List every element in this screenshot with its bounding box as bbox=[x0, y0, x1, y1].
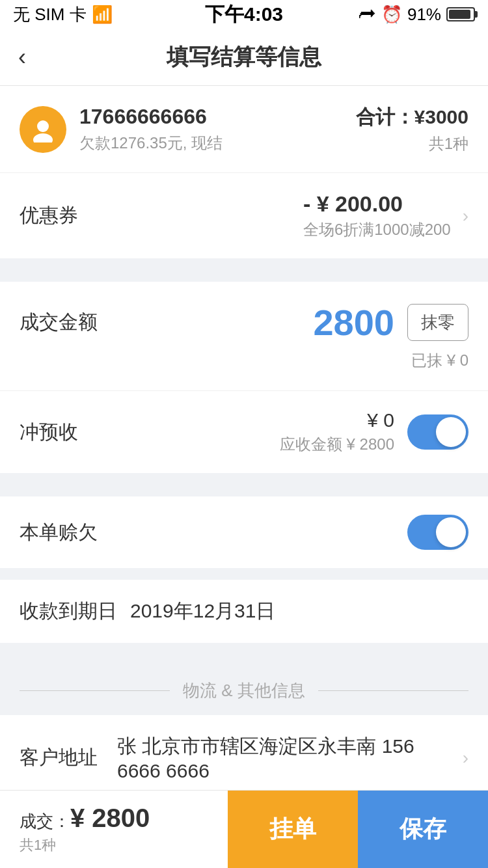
battery-icon bbox=[446, 7, 475, 21]
bottom-deal-label: 成交：¥ 2800 bbox=[20, 804, 208, 833]
customer-left: 17666666666 欠款1276.35元, 现结 bbox=[20, 105, 223, 154]
prepay-right: ¥ 0 应收金额 ¥ 2800 bbox=[280, 409, 468, 455]
prepay-sub: 应收金额 ¥ 2800 bbox=[280, 434, 394, 455]
round-button[interactable]: 抹零 bbox=[407, 304, 468, 341]
location-icon: ⮫ bbox=[359, 5, 376, 25]
credit-label: 本单赊欠 bbox=[20, 519, 98, 546]
customer-info: 17666666666 欠款1276.35元, 现结 bbox=[79, 105, 223, 154]
avatar bbox=[20, 106, 66, 153]
deal-amount: ¥ 2800 bbox=[70, 804, 150, 832]
logistics-divider: 物流 & 其他信息 bbox=[0, 666, 488, 715]
prepay-value: ¥ 0 bbox=[280, 409, 394, 431]
alarm-icon: ⏰ bbox=[381, 5, 402, 25]
svg-point-0 bbox=[37, 120, 49, 132]
coupon-right: - ¥ 200.00 全场6折满1000减200 › bbox=[303, 191, 468, 240]
divider-line-left bbox=[20, 690, 170, 691]
address-section[interactable]: 客户地址 张 北京市市辖区海淀区永丰南 156 6666 6666 › bbox=[0, 715, 488, 800]
credit-toggle-knob bbox=[436, 517, 466, 547]
status-time: 下午4:03 bbox=[205, 1, 283, 28]
customer-right: 合计：¥3000 共1种 bbox=[356, 104, 468, 154]
deal-label: 成交： bbox=[20, 811, 70, 831]
hang-button[interactable]: 挂单 bbox=[228, 791, 358, 869]
amount-label: 成交金额 bbox=[20, 309, 98, 336]
sim-status: 无 SIM 卡 bbox=[13, 3, 87, 26]
amount-row: 成交金额 2800 抹零 bbox=[20, 301, 468, 344]
save-button[interactable]: 保存 bbox=[358, 791, 488, 869]
coupon-row[interactable]: 优惠券 - ¥ 200.00 全场6折满1000减200 › bbox=[0, 172, 488, 258]
main-content: 17666666666 欠款1276.35元, 现结 合计：¥3000 共1种 … bbox=[0, 86, 488, 868]
prepay-label: 冲预收 bbox=[20, 419, 78, 446]
customer-row: 17666666666 欠款1276.35元, 现结 合计：¥3000 共1种 bbox=[0, 86, 488, 172]
logistics-text: 物流 & 其他信息 bbox=[183, 679, 305, 702]
amount-value-group: 2800 抹零 bbox=[313, 301, 468, 344]
status-right: ⮫ ⏰ 91% bbox=[359, 5, 475, 25]
divider-line-right bbox=[318, 690, 468, 691]
amount-section: 成交金额 2800 抹零 已抹 ¥ 0 bbox=[0, 282, 488, 390]
customer-sub: 欠款1276.35元, 现结 bbox=[79, 133, 223, 154]
total-amount: 合计：¥3000 bbox=[356, 104, 468, 131]
section-gap-1 bbox=[0, 270, 488, 282]
credit-toggle[interactable] bbox=[407, 515, 468, 550]
total-label: 合计： bbox=[356, 106, 414, 128]
prepay-row: 冲预收 ¥ 0 应收金额 ¥ 2800 bbox=[0, 390, 488, 473]
battery-percent: 91% bbox=[407, 5, 441, 25]
nav-bar: ‹ 填写结算等信息 bbox=[0, 29, 488, 86]
coupon-discount: - ¥ 200.00 bbox=[303, 191, 451, 217]
section-gap-3 bbox=[0, 655, 488, 666]
amount-value: 2800 bbox=[313, 301, 394, 344]
bottom-bar: 成交：¥ 2800 共1种 挂单 保存 bbox=[0, 790, 488, 868]
total-count: 共1种 bbox=[356, 133, 468, 154]
customer-card: 17666666666 欠款1276.35元, 现结 合计：¥3000 共1种 … bbox=[0, 86, 488, 258]
status-left: 无 SIM 卡 📶 bbox=[13, 3, 113, 26]
duedate-section: 收款到期日 2019年12月31日 bbox=[0, 580, 488, 643]
customer-phone: 17666666666 bbox=[79, 105, 223, 129]
prepay-toggle[interactable] bbox=[407, 414, 468, 450]
status-bar: 无 SIM 卡 📶 下午4:03 ⮫ ⏰ 91% bbox=[0, 0, 488, 29]
amount-sub: 已抹 ¥ 0 bbox=[20, 350, 468, 371]
svg-point-1 bbox=[33, 133, 53, 142]
duedate-value: 2019年12月31日 bbox=[130, 598, 275, 625]
coupon-label: 优惠券 bbox=[20, 202, 78, 229]
duedate-label: 收款到期日 bbox=[20, 598, 117, 625]
amount-card: 成交金额 2800 抹零 已抹 ¥ 0 冲预收 ¥ 0 应收金额 ¥ 2800 bbox=[0, 282, 488, 473]
wifi-icon: 📶 bbox=[92, 5, 113, 25]
address-chevron-icon: › bbox=[463, 748, 468, 768]
coupon-desc: 全场6折满1000减200 bbox=[303, 219, 451, 240]
address-label: 客户地址 bbox=[20, 744, 98, 771]
total-value: ¥3000 bbox=[414, 106, 468, 128]
back-button[interactable]: ‹ bbox=[18, 44, 26, 71]
section-gap-2 bbox=[0, 485, 488, 496]
toggle-knob bbox=[436, 417, 466, 447]
bottom-summary: 成交：¥ 2800 共1种 bbox=[0, 804, 228, 855]
address-value: 张 北京市市辖区海淀区永丰南 156 6666 6666 bbox=[117, 733, 457, 782]
page-title: 填写结算等信息 bbox=[167, 42, 321, 72]
bottom-count: 共1种 bbox=[20, 835, 208, 855]
credit-section: 本单赊欠 bbox=[0, 496, 488, 568]
prepay-value-group: ¥ 0 应收金额 ¥ 2800 bbox=[280, 409, 394, 455]
coupon-chevron-icon: › bbox=[463, 206, 468, 226]
